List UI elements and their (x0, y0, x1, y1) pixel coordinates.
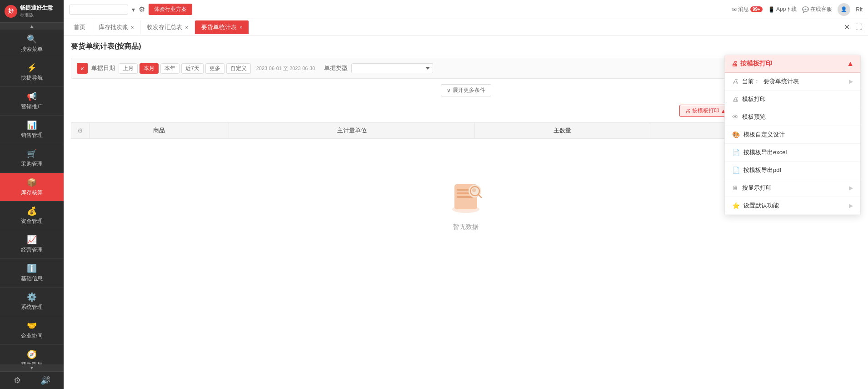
dropdown-header: 🖨 按模板打印 ▲ (725, 55, 860, 73)
tab-label-home: 首页 (74, 23, 85, 31)
dropdown-menu: 🖨 按模板打印 ▲ 🖨 当前： 当前：要货单统计表 要货单统计表 (724, 55, 861, 215)
app-download-item[interactable]: 📱 App下载 (768, 5, 797, 13)
dropdown-close-button[interactable]: ▲ (847, 60, 854, 68)
svg-rect-3 (457, 192, 470, 194)
topbar-search-input[interactable] (69, 5, 128, 15)
empty-text: 暂无数据 (453, 223, 479, 231)
nav-label-guide: 新手引导 (21, 361, 43, 364)
date-btn-prev[interactable]: 上月 (119, 63, 138, 74)
topbar-settings-button[interactable]: ⚙ (139, 5, 145, 14)
nav-label-quicknav: 快捷导航 (21, 74, 43, 82)
date-range-text: 2023-06-01 至 2023-06-30 (256, 65, 315, 72)
topbar-right: ✉ 消息 99+ 📱 App下载 💬 在线客服 👤 Rit (732, 3, 863, 16)
current-template-item[interactable]: 🖨 当前： 当前：要货单统计表 要货单统计表 ▶ (725, 73, 860, 91)
sidebar-item-search[interactable]: 🔍搜索菜单 (0, 30, 64, 58)
inventory-icon: 📦 (27, 177, 37, 187)
tab-batch[interactable]: 库存批次账× (92, 20, 140, 34)
dropdown-item-template-pdf[interactable]: 📄 按模板导出pdf (725, 162, 860, 179)
tab-receipt[interactable]: 收发存汇总表× (140, 20, 195, 34)
current-template-icon: 🖨 (732, 78, 738, 85)
date-btn-custom[interactable]: 自定义 (226, 63, 251, 74)
sidebar-item-marketing[interactable]: 📢营销推广 (0, 87, 64, 116)
dropdown-items-container: 🖨 模板打印 👁 模板预览 🎨 模板自定义设计 📄 按模板导出excel 📄 按… (725, 91, 860, 215)
type-filter-select[interactable] (351, 63, 433, 73)
template-preview-label: 模板预览 (742, 113, 766, 121)
template-excel-label: 按模板导出excel (743, 148, 787, 157)
filter-expand-button[interactable]: « (77, 63, 88, 74)
table-unit-header: 主计量单位 (229, 123, 475, 139)
close-tab-button[interactable]: ✕ (842, 22, 852, 32)
template-print-label: 模板打印 (742, 95, 766, 103)
tab-close-receipt[interactable]: × (185, 25, 188, 30)
dropdown-item-display-print[interactable]: 🖥 按显示打印 ▶ (725, 179, 860, 197)
sidebar-item-guide[interactable]: 🧭新手引导 (0, 345, 64, 364)
nav-label-finance: 资金管理 (21, 217, 43, 225)
online-service-item[interactable]: 💬 在线客服 (802, 5, 832, 13)
sidebar-scroll-up[interactable]: ▲ (0, 23, 64, 30)
purchase-icon: 🛒 (27, 149, 37, 159)
service-icon: 💬 (802, 6, 809, 13)
sidebar-item-purchase[interactable]: 🛒采购管理 (0, 144, 64, 173)
maximize-tab-button[interactable]: ⛶ (853, 22, 864, 32)
audio-icon[interactable]: 🔊 (40, 375, 50, 385)
settings-icon[interactable]: ⚙ (14, 375, 21, 385)
display-print-label: 按显示打印 (742, 184, 772, 192)
template-excel-icon: 📄 (732, 149, 740, 156)
tab-close-batch[interactable]: × (131, 25, 134, 30)
dropdown-item-template-excel[interactable]: 📄 按模板导出excel (725, 144, 860, 162)
sidebar-nav: 🔍搜索菜单⚡快捷导航📢营销推广📊销售管理🛒采购管理📦库存核算💰资金管理📈经营管理… (0, 30, 64, 364)
dropdown-item-template-design[interactable]: 🎨 模板自定义设计 (725, 126, 860, 144)
marketing-icon: 📢 (27, 91, 37, 101)
dropdown-item-set-default[interactable]: ⭐ 设置默认功能 ▶ (725, 197, 860, 215)
tab-label-batch: 库存批次账 (99, 23, 128, 31)
empty-illustration (445, 175, 486, 217)
sidebar-item-finance[interactable]: 💰资金管理 (0, 202, 64, 230)
sales-icon: 📊 (27, 120, 37, 130)
avatar[interactable]: 👤 (838, 3, 850, 16)
message-badge: 99+ (750, 6, 763, 12)
date-btn-week7[interactable]: 近7天 (181, 63, 204, 74)
topbar-dropdown-button[interactable]: ▾ (132, 6, 135, 13)
template-design-icon: 🎨 (732, 131, 740, 138)
date-btn-year[interactable]: 本年 (160, 63, 180, 74)
expand-more-button[interactable]: ∨ 展开更多条件 (441, 84, 491, 96)
sidebar-item-operation[interactable]: 📈经营管理 (0, 230, 64, 259)
sidebar-item-sales[interactable]: 📊销售管理 (0, 116, 64, 144)
message-icon: ✉ (732, 6, 737, 13)
template-design-label: 模板自定义设计 (743, 131, 785, 139)
template-preview-icon: 👁 (732, 113, 738, 121)
sidebar-scroll-down[interactable]: ▼ (0, 364, 64, 371)
svg-rect-4 (457, 196, 473, 198)
tab-close-order-stat[interactable]: × (239, 25, 242, 30)
app-logo-icon: 好 (5, 5, 17, 18)
table-product-header: 商品 (90, 123, 229, 139)
table-settings-header[interactable]: ⚙ (71, 123, 90, 139)
print-header-icon: 🖨 (731, 60, 738, 67)
nav-label-search: 搜索菜单 (21, 45, 43, 53)
trial-button[interactable]: 体验行业方案 (149, 4, 192, 15)
current-template-label: 当前： (742, 77, 760, 86)
sidebar-item-basic[interactable]: ℹ️基础信息 (0, 259, 64, 288)
table-quantity-header: 主数量 (475, 123, 650, 139)
tab-home[interactable]: 首页 (67, 20, 92, 34)
table-column-settings-icon[interactable]: ⚙ (77, 127, 83, 134)
print-icon: 🖨 (685, 108, 691, 114)
tab-order-stat[interactable]: 要货单统计表× (195, 20, 249, 34)
finance-icon: 💰 (27, 206, 37, 216)
svg-point-8 (472, 188, 476, 192)
nav-label-purchase: 采购管理 (21, 160, 43, 168)
tab-label-order-stat: 要货单统计表 (201, 23, 237, 31)
date-btn-current[interactable]: 本月 (140, 63, 159, 74)
nav-label-operation: 经营管理 (21, 246, 43, 254)
set-default-arrow: ▶ (849, 202, 853, 209)
message-item[interactable]: ✉ 消息 99+ (732, 5, 763, 13)
dropdown-item-template-print[interactable]: 🖨 模板打印 (725, 91, 860, 108)
sidebar-item-collab[interactable]: 🤝企业协同 (0, 316, 64, 345)
dropdown-item-template-preview[interactable]: 👁 模板预览 (725, 108, 860, 126)
sidebar-item-inventory[interactable]: 📦库存核算 (0, 173, 64, 202)
sidebar-item-system[interactable]: ⚙️系统管理 (0, 288, 64, 316)
nav-label-marketing: 营销推广 (21, 103, 43, 111)
sidebar-item-quicknav[interactable]: ⚡快捷导航 (0, 58, 64, 87)
nav-label-collab: 企业协同 (21, 332, 43, 340)
date-btn-more[interactable]: 更多 (205, 63, 224, 74)
